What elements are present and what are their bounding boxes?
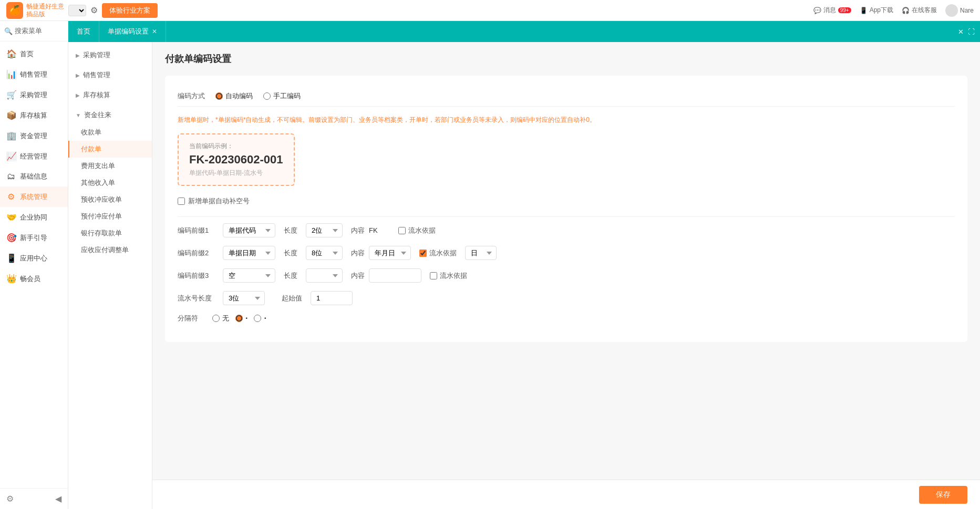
length3-select[interactable] [306,268,343,283]
start-value-input[interactable] [311,291,353,305]
brand: 🍊 畅捷通好生意 插品版 [6,2,64,19]
stream3-checkbox[interactable] [430,272,437,279]
settings-footer-icon[interactable]: ⚙ [6,494,14,504]
sub-sidebar-item-bank[interactable]: 银行存取款单 [68,225,152,242]
sidebar-item-newbie[interactable]: 🎯 新手引导 [0,227,68,248]
sub-sidebar-title-purchase[interactable]: ▶ 采购管理 [68,46,152,64]
tab-encode-label: 单据编码设置 [108,27,149,36]
form-card: 编码方式 自动编码 手工编码 新增单据时 [165,76,967,342]
content2-select[interactable]: 年月日 [369,246,411,260]
sub-sidebar-item-other-income[interactable]: 其他收入单 [68,174,152,191]
stream2-checkbox[interactable] [419,250,427,257]
sep-dot-option[interactable]: · [254,314,266,323]
tab-close-icon[interactable]: ✕ [152,28,157,35]
length1-select[interactable]: 2位 [306,223,343,237]
manual-encode-label: 手工编码 [273,91,301,101]
messages-label: 消息 [823,6,836,15]
stream3-checkbox-label[interactable]: 流水依据 [430,271,467,281]
sep-dot-radio[interactable] [254,315,261,322]
sidebar-item-home[interactable]: 🏠 首页 [0,44,68,64]
experience-btn[interactable]: 体验行业方案 [102,3,158,18]
sidebar-nav: 🏠 首页 📊 销售管理 🛒 采购管理 📦 库存核算 🏢 资金管理 📈 经 [0,41,68,488]
stream1-label: 流水依据 [408,226,436,235]
sidebar-search[interactable]: 🔍 搜索菜单 [0,21,68,41]
collapse-icon[interactable]: ◀ [55,494,61,504]
tab-home[interactable]: 首页 [68,21,99,42]
manual-encode-radio[interactable] [263,92,271,100]
prefix3-select[interactable]: 空 [223,268,275,283]
sidebar-item-apps-label: 应用中心 [20,254,47,263]
stream1-checkbox[interactable] [398,227,406,234]
content3-input[interactable] [369,268,421,283]
sep-none-option[interactable]: 无 [212,314,229,323]
sales-icon: 📊 [6,69,16,79]
messages-item[interactable]: 💬 消息 99+ [813,6,851,15]
sub-sidebar-item-expense[interactable]: 费用支出单 [68,158,152,174]
sub-sidebar-title-sales[interactable]: ▶ 销售管理 [68,66,152,84]
auto-encode-radio[interactable] [215,92,223,100]
sub-sidebar-item-receipt[interactable]: 收款单 [68,124,152,141]
stream2-checkbox-label[interactable]: 流水依据 [419,248,457,258]
top-bar-right: 💬 消息 99+ 📱 App下载 🎧 在线客服 Nare [813,4,974,17]
sidebar-item-sales-label: 销售管理 [20,70,47,79]
sidebar-item-purchase[interactable]: 🛒 采购管理 [0,85,68,105]
tab-expand-icon[interactable]: ⛶ [968,28,975,36]
sidebar-item-member[interactable]: 👑 畅会员 [0,268,68,289]
prefix2-select[interactable]: 单据日期 [223,246,275,260]
sidebar-item-base[interactable]: 🗂 基础信息 [0,167,68,186]
length2-select[interactable]: 8位 [306,246,343,260]
settings-icon[interactable]: ⚙ [90,5,98,15]
home-icon: 🏠 [6,49,16,59]
sub-sidebar-group-inventory: ▶ 库存核算 [68,86,152,104]
preview-desc: 单据代码-单据日期-流水号 [189,169,283,178]
sub-sidebar-item-payment[interactable]: 付款单 [68,141,152,158]
sub-sidebar-item-advance-recv[interactable]: 预收冲应收单 [68,191,152,208]
sub-sidebar-item-adjust[interactable]: 应收应付调整单 [68,242,152,258]
serial-length-label: 流水号长度 [178,294,214,303]
stream1-checkbox-label[interactable]: 流水依据 [398,226,436,235]
workspace-selector[interactable] [68,5,86,16]
brand-line1: 畅捷通好生意 [26,3,64,10]
save-button[interactable]: 保存 [919,486,967,504]
sidebar-item-enterprise[interactable]: 🤝 企业协同 [0,207,68,227]
auto-fill-checkbox[interactable] [178,198,185,205]
auto-fill-row: 新增单据自动补空号 [178,196,955,206]
sub-sidebar-title-finance[interactable]: ▼ 资金往来 [68,106,152,124]
manual-encode-option[interactable]: 手工编码 [263,91,301,101]
prefix1-label: 编码前缀1 [178,226,214,235]
sidebar-item-apps[interactable]: 📱 应用中心 [0,248,68,268]
content3-label: 内容 [351,271,365,281]
inventory-icon: 📦 [6,110,16,120]
app-download-item[interactable]: 📱 App下载 [860,6,893,15]
sidebar-item-inventory-label: 库存核算 [20,111,47,120]
search-icon: 🔍 [4,27,13,35]
sidebar-item-inventory[interactable]: 📦 库存核算 [0,105,68,126]
tab-encode-settings[interactable]: 单据编码设置 ✕ [99,21,166,42]
stream2-unit-select[interactable]: 日 [465,246,497,260]
sidebar-item-operation-label: 经营管理 [20,152,47,161]
serial-length-select[interactable]: 3位 [223,291,265,305]
sep-dash-option[interactable]: · [235,314,247,323]
bottom-bar: 保存 [152,480,980,509]
app-layout: 🔍 搜索菜单 🏠 首页 📊 销售管理 🛒 采购管理 📦 库存核算 🏢 [0,21,980,509]
sub-sidebar-title-inventory[interactable]: ▶ 库存核算 [68,86,152,104]
prefix1-select[interactable]: 单据代码 [223,223,275,237]
sidebar-item-sales[interactable]: 📊 销售管理 [0,64,68,85]
content-panel: ▶ 采购管理 ▶ 销售管理 ▶ 库存核算 [68,42,980,509]
sidebar-item-operation[interactable]: 📈 经营管理 [0,146,68,167]
sep-none-radio[interactable] [212,315,220,322]
advance-pay-label: 预付冲应付单 [81,212,122,220]
brand-logo: 🍊 [9,5,20,16]
content3-section: 内容 [351,268,421,283]
user-profile[interactable]: Nare [945,4,974,17]
tab-close-all-icon[interactable]: ✕ [958,28,964,36]
sep-dash-radio[interactable] [235,315,243,322]
online-service-item[interactable]: 🎧 在线客服 [902,6,937,15]
main-area: 首页 单据编码设置 ✕ ✕ ⛶ ▶ 采购管理 [68,21,980,509]
sub-sidebar-item-advance-pay[interactable]: 预付冲应付单 [68,208,152,225]
start-value-label: 起始值 [282,294,302,303]
sidebar-item-system[interactable]: ⚙ 系统管理 [0,186,68,207]
sep-options: 无 · · [212,314,266,323]
sidebar-item-finance[interactable]: 🏢 资金管理 [0,126,68,146]
auto-encode-option[interactable]: 自动编码 [215,91,253,101]
